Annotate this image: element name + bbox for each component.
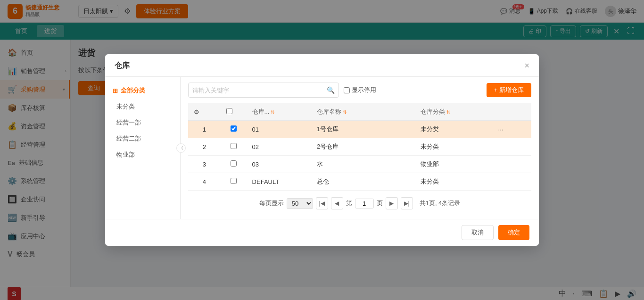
category-item-unclassified[interactable]: 未分类 <box>105 99 180 115</box>
row-index: 4 <box>188 173 221 191</box>
row-index: 1 <box>188 121 221 138</box>
category-item-dept1[interactable]: 经营一部 <box>105 115 180 131</box>
sort-icon-type: ⇅ <box>446 109 450 115</box>
col-header-type[interactable]: 仓库分类⇅ <box>415 103 493 121</box>
per-page-select[interactable]: 50 20 100 <box>287 198 313 209</box>
show-disabled-label[interactable]: 显示停用 <box>344 86 376 94</box>
modal-body: ⊞ 全部分类 未分类 经营一部 经营二部 物业部 《 🔍 <box>105 77 539 219</box>
warehouse-modal: 仓库 × ⊞ 全部分类 未分类 经营一部 经营二部 物业部 《 <box>105 54 539 246</box>
row-action[interactable] <box>493 173 531 191</box>
total-info: 共1页, 4条记录 <box>420 199 461 208</box>
table-row[interactable]: 4 DEFAULT 总仓 未分类 <box>188 173 531 191</box>
col-header-name[interactable]: 仓库名称⇅ <box>311 103 415 121</box>
modal-close-btn[interactable]: × <box>524 61 529 71</box>
collapse-panel-btn[interactable]: 《 <box>176 143 186 153</box>
row-code: DEFAULT <box>247 173 311 191</box>
table-container: ⚙ 仓库...⇅ 仓库名称⇅ <box>188 103 531 191</box>
row-action[interactable] <box>493 138 531 156</box>
category-item-dept2[interactable]: 经营二部 <box>105 131 180 147</box>
row-check[interactable] <box>221 156 247 173</box>
row-action[interactable] <box>493 156 531 173</box>
pagination: 每页显示 50 20 100 |◀ ◀ 第 页 ▶ ▶| 共1页, 4条记录 <box>188 191 531 213</box>
table-row[interactable]: 3 03 水 物业部 <box>188 156 531 173</box>
category-item-property[interactable]: 物业部 <box>105 147 180 163</box>
prev-page-btn[interactable]: ◀ <box>331 197 343 209</box>
show-disabled-checkbox[interactable] <box>344 87 350 93</box>
row-code: 01 <box>247 121 311 138</box>
col-header-check <box>221 103 247 121</box>
col-header-gear: ⚙ <box>188 103 221 121</box>
row-index: 3 <box>188 156 221 173</box>
sort-icon-code: ⇅ <box>271 109 274 115</box>
search-box: 🔍 <box>188 83 339 98</box>
row-code: 02 <box>247 138 311 156</box>
sort-icon-name: ⇅ <box>343 109 347 115</box>
row-action[interactable]: ··· <box>493 121 531 138</box>
row-check[interactable] <box>221 121 247 138</box>
row-type: 未分类 <box>415 121 493 138</box>
row-type: 未分类 <box>415 173 493 191</box>
table-row[interactable]: 1 01 1号仓库 未分类 ··· <box>188 121 531 138</box>
row-code: 03 <box>247 156 311 173</box>
row-name: 2号仓库 <box>311 138 415 156</box>
warehouse-table: ⚙ 仓库...⇅ 仓库名称⇅ <box>188 103 531 191</box>
row-type: 未分类 <box>415 138 493 156</box>
next-page-btn[interactable]: ▶ <box>386 197 398 209</box>
modal-backdrop: 仓库 × ⊞ 全部分类 未分类 经营一部 经营二部 物业部 《 <box>0 0 644 300</box>
first-page-btn[interactable]: |◀ <box>316 197 328 209</box>
cancel-btn[interactable]: 取消 <box>462 225 494 240</box>
select-all-checkbox[interactable] <box>226 108 232 114</box>
page-number-input[interactable] <box>355 199 374 208</box>
row-name: 水 <box>311 156 415 173</box>
row-type: 物业部 <box>415 156 493 173</box>
table-panel: 🔍 显示停用 + 新增仓库 ⚙ <box>181 77 539 219</box>
col-header-action <box>493 103 531 121</box>
category-panel: ⊞ 全部分类 未分类 经营一部 经营二部 物业部 《 <box>105 77 181 219</box>
row-check[interactable] <box>221 173 247 191</box>
table-toolbar: 🔍 显示停用 + 新增仓库 <box>188 83 531 98</box>
search-input[interactable] <box>192 87 327 94</box>
col-header-code[interactable]: 仓库...⇅ <box>247 103 311 121</box>
table-row[interactable]: 2 02 2号仓库 未分类 <box>188 138 531 156</box>
category-all-item[interactable]: ⊞ 全部分类 <box>105 83 180 99</box>
search-icon: 🔍 <box>327 86 335 94</box>
grid-icon: ⊞ <box>113 87 118 94</box>
modal-title: 仓库 <box>115 61 130 71</box>
row-name: 总仓 <box>311 173 415 191</box>
last-page-btn[interactable]: ▶| <box>401 197 413 209</box>
row-index: 2 <box>188 138 221 156</box>
row-name: 1号仓库 <box>311 121 415 138</box>
add-warehouse-btn[interactable]: + 新增仓库 <box>487 83 531 97</box>
modal-footer: 取消 确定 <box>105 219 539 246</box>
modal-header: 仓库 × <box>105 54 539 77</box>
row-check[interactable] <box>221 138 247 156</box>
confirm-btn[interactable]: 确定 <box>498 225 529 240</box>
